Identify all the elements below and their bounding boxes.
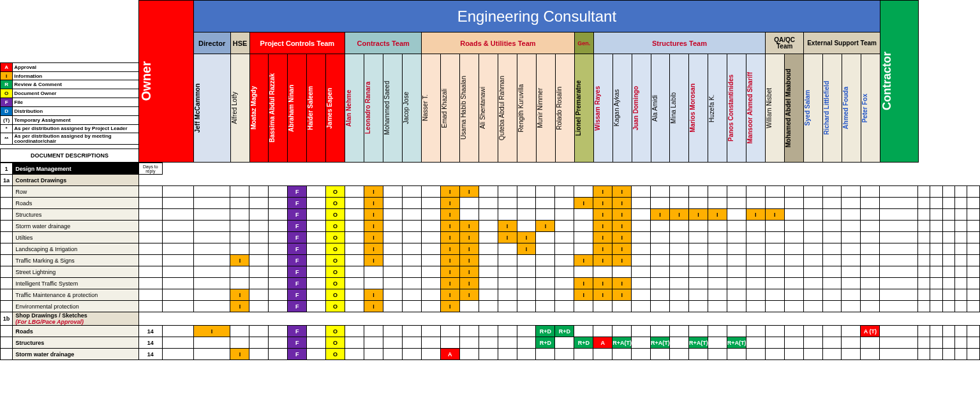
subsection-title: Shop Drawings / Sketches (For LBG/Pace A…: [13, 312, 139, 326]
legend-label: File: [13, 98, 139, 107]
team-hse: HSE: [230, 33, 249, 54]
legend-label: Review & Comment: [13, 80, 139, 89]
data-row: Row FO I II II: [1, 186, 980, 198]
matrix-table: Owner Engineering Consultant Contractor …: [0, 0, 980, 163]
data-row: Structures FO I I IIIIIII I: [1, 209, 980, 221]
col-p19: Lionel Premaratne: [574, 54, 593, 163]
team-gen: Gen.: [574, 33, 593, 54]
col-p34: Peter Fox: [861, 54, 880, 163]
col-p20: Wissam Rayes: [593, 54, 612, 163]
col-p30: Mohamed Abdel Maaboud: [785, 54, 804, 163]
col-p18: Rolado Rosalin: [555, 54, 574, 163]
team-ext: External Support Team: [804, 33, 880, 54]
legend-key-dstar: **: [1, 133, 13, 145]
data-grid: 1 Design Management Days to reply 1a Con…: [0, 163, 980, 360]
data-row: Storm water drainage FO I IIII II: [1, 221, 980, 232]
section-title: Design Management: [13, 163, 139, 175]
legend-label: Temporary Assignment: [13, 115, 139, 124]
data-row: Traffic Marking & Signs IFO I II I II: [1, 255, 980, 266]
owner-header: Owner: [139, 1, 194, 163]
legend-label: Approval: [13, 62, 139, 71]
data-row: Landscaping & Irrigation FO I III II: [1, 243, 980, 255]
legend-key-A: A: [1, 62, 13, 71]
data-row: Utilties FO I IIII II: [1, 232, 980, 243]
team-qaqc: QA/QC Team: [766, 33, 804, 54]
data-row: Roads FO I I I II: [1, 198, 980, 209]
main-header: Engineering Consultant: [193, 1, 880, 33]
team-director: Director: [193, 33, 230, 54]
col-p28: Mansoor Ahmed Shariff: [746, 54, 766, 163]
col-p11: Nasser T.: [422, 54, 441, 163]
legend-key-I: I: [1, 71, 13, 80]
section-num: 1b: [1, 312, 13, 326]
col-p5: Haider Saleem: [307, 54, 326, 163]
data-row: Intelligent Traffic System FO II I II: [1, 278, 980, 289]
legend-blank: [1, 54, 139, 63]
col-p9: Mohammed Saeed: [383, 54, 403, 163]
col-p23: Ala Amidi: [651, 54, 670, 163]
data-row: Traffic Maintenance & protection IFO I I…: [1, 289, 980, 301]
legend-label: Distribution: [13, 106, 139, 115]
legend-key-F: F: [1, 98, 13, 107]
corner-blank: [1, 1, 139, 54]
col-p16: Rengith Kuruvilla: [517, 54, 536, 163]
team-st: Structures Team: [593, 33, 766, 54]
col-p32: Richard Littlefield: [823, 54, 842, 163]
legend-label: Document Owner: [13, 89, 139, 98]
col-p13: Usama Habib Shaalan: [459, 54, 479, 163]
right-blank: [918, 1, 980, 163]
legend-label: As per distribution assigned by meeting …: [13, 133, 139, 145]
col-p12: Emad Khazali: [441, 54, 460, 163]
col-p25: Marios Morosan: [689, 54, 708, 163]
col-p26: Huzefa K.: [708, 54, 727, 163]
col-p6: James Eapen: [326, 54, 345, 163]
team-rut: Roads & Utilities Team: [422, 33, 575, 54]
data-row: Storm water drainage14 IFO A: [1, 349, 980, 360]
col-p1: Alfred Lotfy: [230, 54, 249, 163]
col-p24: Mina Labib: [670, 54, 689, 163]
team-pct: Project Controls Team: [249, 33, 345, 54]
col-p31: Syed Salam: [804, 54, 823, 163]
col-p2: Moataz Magdy: [249, 54, 269, 163]
data-row: Roads14 IFO R+DR+D A (T): [1, 326, 980, 337]
legend-key-O: O: [1, 89, 13, 98]
team-ct: Contracts Team: [345, 33, 422, 54]
legend-key-T: (T): [1, 115, 13, 124]
col-p33: Ahmed Fouda: [842, 54, 861, 163]
col-p29: William Nisbet: [766, 54, 785, 163]
col-p21: Kagan Aykas: [612, 54, 632, 163]
col-p27: Panos Constantinides: [727, 54, 746, 163]
section-num: 1a: [1, 175, 13, 186]
data-row: Structures14 FO R+D R+D AR+A(T)R+A(T)R+A…: [1, 337, 980, 349]
col-p7: Alan Nehme: [345, 54, 364, 163]
doc-desc-header: DOCUMENT DESCRIPTIONS: [1, 149, 139, 162]
col-p10: Jacop Jose: [403, 54, 422, 163]
legend-label: Information: [13, 71, 139, 80]
data-row: Environmental protection IFO I I: [1, 301, 980, 312]
col-p14: Ali Shentanawi: [479, 54, 498, 163]
col-p0: Jeff McCammon: [193, 54, 230, 163]
col-p15: Quteba Abdul Rahman: [498, 54, 517, 163]
col-p17: Munir Nimmer: [536, 54, 555, 163]
contractor-header: Contractor: [880, 1, 919, 163]
data-row: Street Lightning FO II: [1, 266, 980, 278]
legend-key-R: R: [1, 80, 13, 89]
subsection-title: Contract Drawings: [13, 175, 139, 186]
col-p4: Abraham Ninan: [288, 54, 307, 163]
col-p8: Leonadro Ranara: [364, 54, 383, 163]
legend-key-star: *: [1, 124, 13, 133]
section-num: 1: [1, 163, 13, 175]
days-header: Days to reply: [139, 163, 162, 175]
col-p3: Bassima Abdul Razzak: [269, 54, 288, 163]
legend-key-D: D: [1, 106, 13, 115]
col-p22: Juan Domingo: [632, 54, 651, 163]
legend-label: As per distribution assigned by Project …: [13, 124, 139, 133]
